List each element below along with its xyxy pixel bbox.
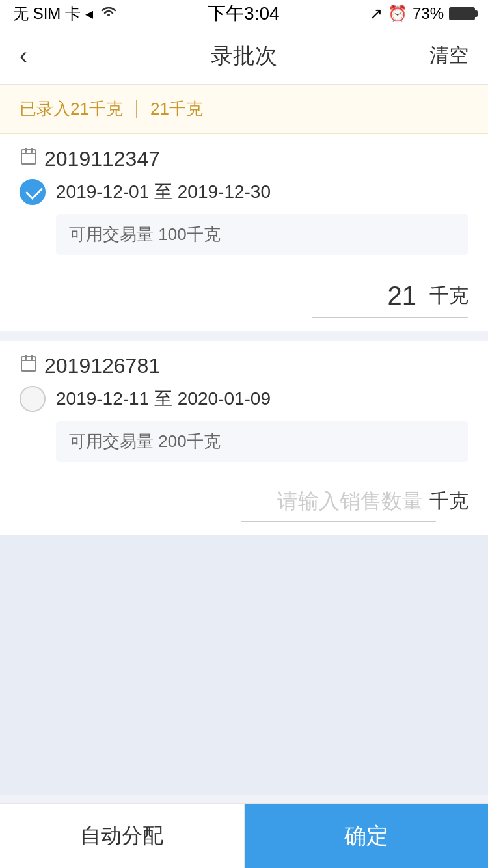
status-right: ↗ ⏰ 73% (370, 5, 475, 23)
auto-distribute-button[interactable]: 自动分配 (0, 804, 245, 868)
svg-rect-2 (25, 148, 27, 153)
bottom-bar: 自动分配 确定 (0, 803, 488, 868)
location-icon: ↗ (370, 5, 383, 23)
quantity-value-1: 21 (388, 281, 417, 310)
batch-date-row-2[interactable]: 2019-12-11 至 2020-01-09 (20, 386, 468, 412)
radio-btn-2[interactable] (20, 386, 46, 412)
input-underline-2 (241, 521, 436, 522)
batch-availability-1: 可用交易量 100千克 (56, 214, 468, 255)
input-row-2: 千克 (0, 475, 488, 521)
clear-button[interactable]: 清空 (429, 42, 468, 69)
batch-icon-1 (20, 148, 38, 170)
batch-date-2: 2019-12-11 至 2020-01-09 (56, 387, 271, 411)
confirm-button[interactable]: 确定 (245, 804, 489, 868)
quantity-row-1: 21 千克 (0, 268, 488, 317)
alarm-icon: ⏰ (388, 5, 407, 23)
nav-bar: ‹ 录批次 清空 (0, 27, 488, 85)
quantity-unit-1: 千克 (429, 282, 468, 309)
sim-status: 无 SIM 卡 ◂ (13, 3, 93, 24)
quantity-input-2[interactable] (228, 489, 423, 513)
svg-rect-4 (21, 357, 36, 371)
radio-btn-1[interactable] (20, 179, 46, 205)
status-left: 无 SIM 卡 ◂ (13, 3, 118, 24)
batch-item-2: 2019126781 2019-12-11 至 2020-01-09 可用交易量… (0, 341, 488, 475)
batch-availability-2: 可用交易量 200千克 (56, 421, 468, 462)
batch-date-1: 2019-12-01 至 2019-12-30 (56, 180, 271, 204)
svg-rect-0 (21, 150, 36, 164)
wifi-icon (100, 5, 118, 23)
svg-rect-7 (31, 355, 33, 360)
batch-id-1: 2019112347 (44, 147, 160, 171)
section-divider (0, 331, 488, 341)
back-button[interactable]: ‹ (20, 42, 59, 70)
info-label: 已录入21千克 (20, 98, 123, 120)
gray-area (0, 535, 488, 795)
batch-header-2: 2019126781 (20, 354, 468, 378)
batch-icon-2 (20, 355, 38, 377)
content-area: 2019112347 2019-12-01 至 2019-12-30 可用交易量… (0, 134, 488, 860)
batch-item-1: 2019112347 2019-12-01 至 2019-12-30 可用交易量… (0, 134, 488, 268)
battery-icon (449, 7, 475, 20)
batch-header-1: 2019112347 (20, 147, 468, 171)
status-bar: 无 SIM 卡 ◂ 下午3:04 ↗ ⏰ 73% (0, 0, 488, 27)
svg-rect-6 (25, 355, 27, 360)
svg-rect-1 (21, 153, 36, 154)
battery-percent: 73% (413, 5, 444, 23)
info-bar: 已录入21千克 21千克 (0, 85, 488, 134)
quantity-underline-1 (312, 317, 468, 318)
info-value: 21千克 (150, 98, 203, 120)
info-divider (136, 100, 137, 118)
batch-id-2: 2019126781 (44, 354, 160, 378)
svg-rect-3 (31, 148, 33, 153)
batch-date-row-1[interactable]: 2019-12-01 至 2019-12-30 (20, 179, 468, 205)
page-title: 录批次 (211, 41, 277, 71)
time-display: 下午3:04 (208, 1, 280, 26)
svg-rect-5 (21, 360, 36, 361)
input-unit-2: 千克 (429, 488, 468, 515)
